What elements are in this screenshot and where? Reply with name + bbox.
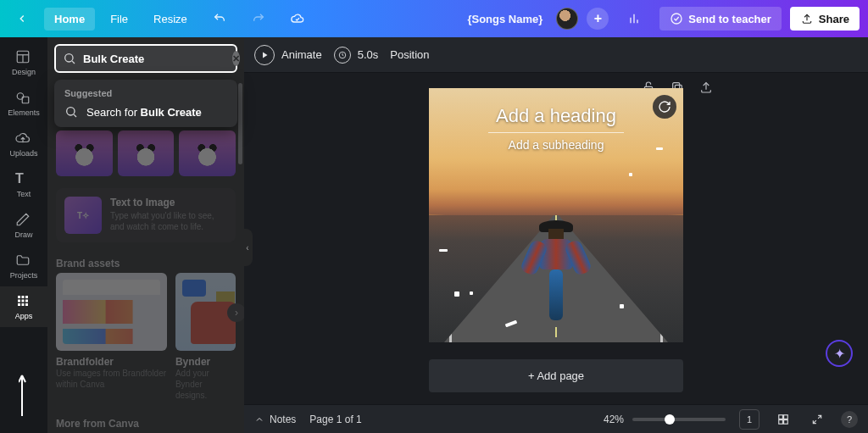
home-button[interactable]: Home xyxy=(44,8,95,31)
svg-rect-17 xyxy=(18,303,20,306)
add-collaborator-button[interactable]: + xyxy=(587,8,609,30)
svg-rect-30 xyxy=(779,414,783,419)
search-icon xyxy=(63,52,76,65)
app-card-text-to-image[interactable]: T✧ Text to Image Type what you'd like to… xyxy=(56,188,236,242)
rail-elements[interactable]: Elements xyxy=(0,83,47,124)
send-to-teacher-button[interactable]: Send to teacher xyxy=(659,7,782,31)
svg-rect-15 xyxy=(22,300,25,303)
svg-rect-14 xyxy=(18,300,20,303)
brandfolder-title: Brandfolder xyxy=(56,356,167,368)
export-page-button[interactable] xyxy=(697,78,715,97)
rail-uploads-label: Uploads xyxy=(9,149,37,158)
notes-toggle[interactable]: Notes xyxy=(254,414,296,425)
canvas-heading[interactable]: Add a heading xyxy=(429,105,683,127)
rail-projects-label: Projects xyxy=(10,271,38,280)
user-avatar[interactable] xyxy=(556,8,578,30)
rail-apps[interactable]: Apps xyxy=(0,286,47,327)
canvas-artwork: Add a heading Add a subheading xyxy=(429,88,683,342)
rail-draw[interactable]: Draw xyxy=(0,205,47,246)
resize-menu[interactable]: Resize xyxy=(143,8,198,31)
insights-button[interactable] xyxy=(617,7,651,31)
brand-app-brandfolder[interactable]: Brandfolder Use images from Brandfolder … xyxy=(56,273,167,390)
canvas-subheading[interactable]: Add a subheading xyxy=(429,138,683,152)
back-button[interactable] xyxy=(5,7,39,31)
page-count-button[interactable]: 1 xyxy=(739,409,760,430)
position-button[interactable]: Position xyxy=(390,48,429,61)
page-indicator[interactable]: Page 1 of 1 xyxy=(309,414,361,425)
help-button[interactable]: ? xyxy=(841,411,858,428)
grid-view-button[interactable] xyxy=(773,409,793,430)
suggestion-label: Search for Bulk Create xyxy=(86,106,202,119)
regenerate-button[interactable] xyxy=(653,95,676,119)
app-card-desc: Type what you'd like to see, and watch i… xyxy=(110,210,227,232)
section-brand-assets: Brand assets xyxy=(47,253,244,273)
search-input[interactable] xyxy=(83,53,225,65)
svg-point-22 xyxy=(67,108,75,115)
design-canvas[interactable]: Add a heading Add a subheading xyxy=(429,88,683,342)
text-icon: T xyxy=(15,171,32,188)
rail-draw-label: Draw xyxy=(14,230,32,239)
redo-icon xyxy=(252,12,265,25)
clear-search-button[interactable]: ✕ xyxy=(232,51,240,66)
image-results-row xyxy=(47,127,244,185)
zoom-controls: 42% xyxy=(604,414,726,425)
svg-rect-32 xyxy=(779,419,783,424)
duration-button[interactable]: 5.0s xyxy=(334,47,379,64)
rail-design[interactable]: Design xyxy=(0,42,47,83)
undo-icon xyxy=(213,12,226,25)
cloud-upload-icon xyxy=(15,130,32,147)
folder-icon xyxy=(15,253,32,269)
svg-rect-33 xyxy=(784,419,788,424)
panel-scrollbar[interactable] xyxy=(238,83,242,164)
undo-button[interactable] xyxy=(203,7,236,31)
animate-button[interactable]: Animate xyxy=(254,45,322,65)
suggestions-header: Suggested xyxy=(64,88,227,98)
zoom-percent[interactable]: 42% xyxy=(604,414,624,425)
document-title[interactable]: {Songs Name} xyxy=(467,13,542,25)
bar-chart-icon xyxy=(627,12,641,25)
svg-rect-13 xyxy=(25,296,28,298)
result-thumb[interactable] xyxy=(56,130,113,176)
pointer-arrow xyxy=(19,374,41,425)
rail-uploads[interactable]: Uploads xyxy=(0,124,47,164)
svg-rect-31 xyxy=(784,414,788,419)
upload-icon xyxy=(800,12,814,25)
fullscreen-button[interactable] xyxy=(807,409,827,430)
cloud-check-icon xyxy=(291,12,304,25)
svg-rect-16 xyxy=(25,300,28,303)
cloud-sync-button[interactable] xyxy=(281,7,314,31)
left-rail: Design Elements Uploads T Text Draw Proj… xyxy=(0,37,47,433)
clock-icon xyxy=(334,47,351,64)
rail-elements-label: Elements xyxy=(8,108,40,117)
brandfolder-thumb xyxy=(56,273,167,351)
context-toolbar: Animate 5.0s Position xyxy=(244,37,868,73)
magic-button[interactable]: ✦ xyxy=(826,340,853,367)
carousel-next-button[interactable]: › xyxy=(227,303,244,322)
result-thumb[interactable] xyxy=(179,130,236,176)
position-label: Position xyxy=(390,48,429,61)
brand-app-bynder[interactable]: Bynder Add your Bynder designs. xyxy=(175,273,236,401)
top-bar: Home File Resize {Songs Name} + Send to … xyxy=(0,0,868,37)
suggestion-item[interactable]: Search for Bulk Create xyxy=(64,105,227,119)
result-thumb[interactable] xyxy=(118,130,175,176)
animate-icon xyxy=(254,45,275,65)
canvas-viewport[interactable]: Add a heading Add a subheading xyxy=(244,73,868,404)
share-label: Share xyxy=(819,13,849,25)
editor-area: Animate 5.0s Position xyxy=(244,37,868,433)
heading-divider xyxy=(488,132,624,133)
rail-text[interactable]: T Text xyxy=(0,164,47,205)
file-menu[interactable]: File xyxy=(100,8,138,31)
svg-point-3 xyxy=(671,14,682,24)
bynder-title: Bynder xyxy=(175,356,236,368)
redo-button[interactable] xyxy=(242,7,275,31)
share-button[interactable]: Share xyxy=(790,7,860,31)
rail-projects[interactable]: Projects xyxy=(0,246,47,286)
zoom-slider[interactable] xyxy=(632,418,726,421)
grid-icon xyxy=(15,293,32,310)
search-box[interactable]: ✕ xyxy=(54,44,237,73)
add-page-button[interactable]: + Add page xyxy=(429,359,683,392)
brandfolder-desc: Use images from Brandfolder within Canva xyxy=(56,368,167,390)
app-card-title: Text to Image xyxy=(110,197,227,208)
svg-point-20 xyxy=(65,54,73,62)
duration-label: 5.0s xyxy=(358,48,379,61)
